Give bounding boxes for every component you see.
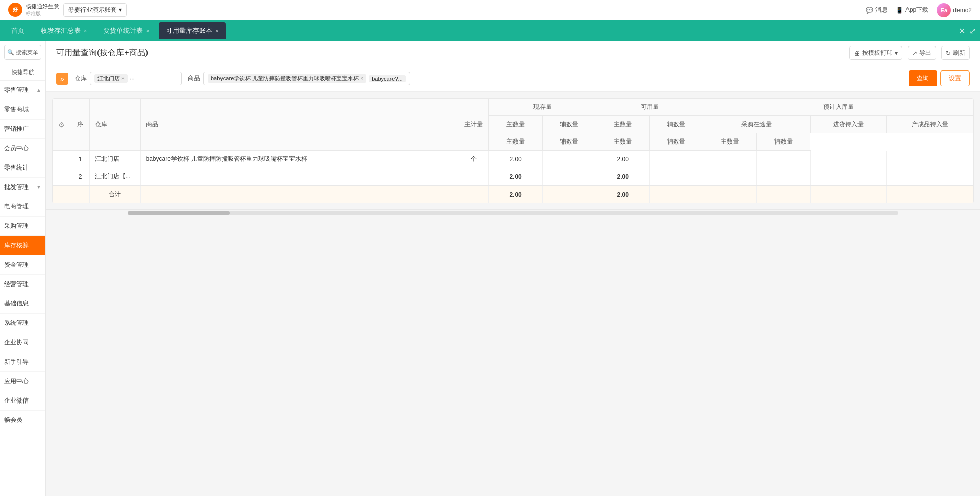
sidebar-item-purchase-mgmt[interactable]: 采购管理 [0, 217, 45, 236]
sidebar-item-retail-store[interactable]: 零售商城 [0, 100, 45, 120]
th-purchase-pending-aux: 辅数量 [650, 133, 703, 151]
message-icon: 💬 [866, 7, 873, 14]
footer-label: 合计 [89, 185, 140, 203]
sidebar: 🔍 搜索菜单 快捷导航 零售管理 ▲ 零售商城 营销推广 会员中心 零售统计 批… [0, 41, 46, 496]
logo-icon: 好 [8, 3, 22, 17]
product-tag-label-0: babycare学饮杯 儿童防摔防撞吸管杯重力球吸嘴杯宝宝水杯 [211, 75, 359, 82]
sidebar-item-app-center[interactable]: 应用中心 [0, 372, 45, 391]
warehouse-tag-close[interactable]: × [121, 76, 125, 81]
row-2-stock-main: 2.00 [489, 168, 543, 186]
query-btn[interactable]: 查询 [909, 70, 937, 86]
table-scroll-area[interactable]: ⚙ 序 仓库 商品 主计量 现存量 可用量 预计入库量 主数量 [53, 99, 973, 203]
sidebar-item-basic-info[interactable]: 基础信息 [0, 294, 45, 314]
app-download-btn[interactable]: 📱 App下载 [896, 6, 928, 14]
maximize-icon[interactable]: ⤢ [969, 26, 976, 36]
th-purchase-transit-group: 采购在途量 [703, 116, 810, 133]
footer-stock-main: 2.00 [489, 185, 543, 203]
th-available-aux: 辅数量 [650, 116, 703, 133]
filter-area: » 仓库 江北门店 × ··· 商品 babycare学饮杯 儿童防摔防撞吸管杯… [46, 65, 980, 92]
footer-purchase-transit-main [703, 185, 757, 203]
page-header: 可用量查询(按仓库+商品) 🖨 按模板打印 ▾ ↗ 导出 ↻ 刷新 [46, 41, 980, 65]
sidebar-item-operations-mgmt[interactable]: 经营管理 [0, 275, 45, 294]
tab-order-stats-close[interactable]: × [146, 28, 149, 34]
tab-order-stats-label: 要货单统计表 [103, 26, 143, 35]
export-btn[interactable]: ↗ 导出 [908, 46, 936, 60]
footer-stock-aux [543, 185, 596, 203]
filter-expand-btn[interactable]: » [56, 73, 68, 85]
print-icon: 🖨 [854, 50, 860, 57]
row-1-purchase-pending-main [810, 151, 848, 168]
top-bar-right: 💬 消息 📱 App下载 Ea demo2 [866, 3, 972, 17]
tab-receipt-summary-close[interactable]: × [84, 28, 87, 34]
sidebar-item-new-guide[interactable]: 新手引导 [0, 352, 45, 372]
footer-no [71, 185, 89, 203]
sidebar-item-ecommerce-mgmt[interactable]: 电商管理 [0, 197, 45, 217]
footer-finished-pending-aux [930, 185, 973, 203]
sidebar-item-marketing[interactable]: 营销推广 [0, 120, 45, 139]
sidebar-item-member-center[interactable]: 会员中心 [0, 139, 45, 158]
print-btn[interactable]: 🖨 按模板打印 ▾ [849, 46, 902, 60]
horizontal-scrollbar[interactable] [46, 209, 980, 216]
tab-available-stock[interactable]: 可用量库存账本 × [159, 22, 226, 39]
footer-available-main: 2.00 [596, 185, 650, 203]
refresh-btn[interactable]: ↻ 刷新 [941, 46, 970, 60]
th-purchase-pending-group: 进货待入量 [810, 116, 886, 133]
phone-icon: 📱 [896, 7, 903, 14]
row-1-stock-aux [543, 151, 596, 168]
tab-home[interactable]: 首页 [4, 22, 32, 39]
sidebar-item-member-vip-label: 畅会员 [4, 416, 22, 424]
message-btn[interactable]: 💬 消息 [866, 6, 888, 14]
warehouse-filter-group: 仓库 江北门店 × ··· [75, 72, 182, 85]
th-stock-group: 现存量 [489, 99, 596, 116]
sidebar-item-wholesale-mgmt[interactable]: 批发管理 ▼ [0, 178, 45, 197]
tenant-dropdown[interactable]: 母婴行业演示账套 ▾ [63, 3, 127, 17]
sidebar-item-retail-stats[interactable]: 零售统计 [0, 158, 45, 178]
chevron-down-icon: ▼ [36, 184, 41, 190]
sidebar-item-member-vip[interactable]: 畅会员 [0, 411, 45, 430]
sidebar-item-enterprise-wechat[interactable]: 企业微信 [0, 391, 45, 411]
product-filter-input[interactable]: babycare学饮杯 儿童防摔防撞吸管杯重力球吸嘴杯宝宝水杯 × babyca… [203, 72, 410, 85]
row-2-product [140, 168, 458, 186]
warehouse-filter-input[interactable]: 江北门店 × ··· [90, 72, 182, 85]
sidebar-item-retail-stats-label: 零售统计 [4, 163, 29, 172]
search-menu-btn[interactable]: 🔍 搜索菜单 [4, 45, 41, 60]
th-product: 商品 [140, 99, 458, 151]
tab-available-stock-close[interactable]: × [215, 28, 218, 34]
settings-btn[interactable]: 设置 [940, 70, 970, 86]
th-unit: 主计量 [458, 99, 489, 151]
sidebar-search-area: 🔍 搜索菜单 [0, 41, 45, 64]
close-window-icon[interactable]: ✕ [959, 26, 965, 36]
nav-tabs: 首页 收发存汇总表 × 要货单统计表 × 可用量库存账本 × ✕ ⤢ [0, 20, 980, 41]
sidebar-item-system-mgmt[interactable]: 系统管理 [0, 314, 45, 333]
product-tag-0: babycare学饮杯 儿童防摔防撞吸管杯重力球吸嘴杯宝宝水杯 × [208, 74, 366, 83]
tab-home-label: 首页 [11, 26, 24, 35]
sidebar-item-inventory-check[interactable]: 库存核算 [0, 236, 45, 255]
footer-purchase-pending-aux [848, 185, 887, 203]
row-2-available-aux [650, 168, 703, 186]
sidebar-item-purchase-mgmt-label: 采购管理 [4, 222, 29, 230]
sidebar-item-finance-mgmt[interactable]: 资金管理 [0, 255, 45, 275]
row-2-available-main: 2.00 [596, 168, 650, 186]
tab-receipt-summary[interactable]: 收发存汇总表 × [34, 22, 94, 39]
row-2-purchase-transit-aux [757, 168, 810, 186]
row-2-unit [458, 168, 489, 186]
print-label: 按模板打印 [862, 49, 893, 57]
row-1-product: babycare学饮杯 儿童防摔防撞吸管杯重力球吸嘴杯宝宝水杯 [140, 151, 458, 168]
sidebar-item-enterprise-collab[interactable]: 企业协同 [0, 333, 45, 352]
scrollbar-thumb[interactable] [128, 211, 230, 215]
chevron-up-icon: ▲ [36, 87, 41, 93]
product-tag-0-close[interactable]: × [360, 76, 363, 81]
sidebar-item-quick-nav[interactable]: 快捷导航 [0, 64, 45, 81]
tab-available-stock-label: 可用量库存账本 [166, 26, 212, 35]
sidebar-item-retail-store-label: 零售商城 [4, 105, 29, 114]
th-finished-pending-group: 产成品待入量 [886, 116, 973, 133]
gear-icon[interactable]: ⚙ [58, 121, 65, 129]
th-available-main: 主数量 [596, 116, 650, 133]
tab-order-stats[interactable]: 要货单统计表 × [96, 22, 156, 39]
refresh-icon: ↻ [946, 50, 951, 57]
user-area[interactable]: Ea demo2 [937, 3, 972, 17]
row-1-purchase-transit-main [703, 151, 757, 168]
row-2-stock-aux [543, 168, 596, 186]
export-icon: ↗ [912, 50, 917, 57]
sidebar-item-retail-mgmt[interactable]: 零售管理 ▲ [0, 81, 45, 100]
